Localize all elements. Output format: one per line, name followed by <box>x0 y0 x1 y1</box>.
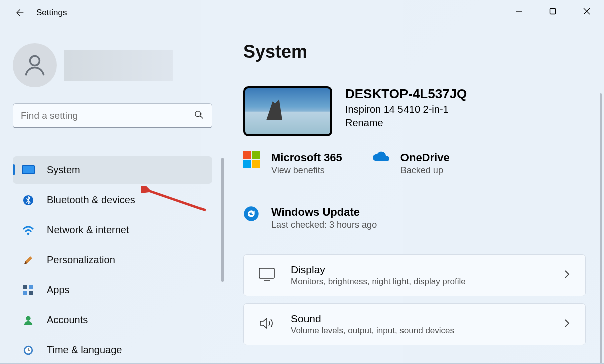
sidebar-item-personalization[interactable]: Personalization <box>13 246 212 274</box>
svc-sub: View benefits <box>271 165 342 176</box>
svg-rect-15 <box>29 291 33 295</box>
nav-label: Accounts <box>47 314 88 326</box>
rename-link[interactable]: Rename <box>345 117 467 129</box>
display-icon <box>259 268 277 283</box>
search-icon <box>194 110 204 122</box>
svg-rect-26 <box>259 268 274 278</box>
nav-label: Personalization <box>47 254 115 266</box>
avatar <box>13 43 57 87</box>
nav-label: Time & language <box>47 344 122 356</box>
card-title: Sound <box>291 313 454 325</box>
winupdate-icon <box>243 206 260 223</box>
sidebar-item-bluetooth[interactable]: Bluetooth & devices <box>13 186 212 214</box>
sidebar-scrollbar[interactable] <box>221 158 224 282</box>
network-icon <box>22 224 35 237</box>
svg-line-7 <box>200 116 203 118</box>
svg-rect-23 <box>243 160 251 168</box>
system-icon <box>22 164 35 177</box>
svc-sub: Backed up <box>400 165 450 176</box>
svc-sub: Last checked: 3 hours ago <box>271 220 377 230</box>
card-title: Display <box>291 264 466 276</box>
device-thumbnail[interactable] <box>243 86 332 136</box>
svg-point-6 <box>195 111 201 116</box>
apps-icon <box>22 284 35 297</box>
accounts-icon <box>22 314 35 327</box>
search-box[interactable] <box>13 103 212 128</box>
nav-label: System <box>47 164 80 176</box>
search-input[interactable] <box>21 110 194 121</box>
svg-rect-14 <box>23 291 27 295</box>
sidebar: System Bluetooth & devices Network & int… <box>0 25 223 363</box>
service-ms365[interactable]: Microsoft 365 View benefits <box>243 151 342 176</box>
chevron-right-icon <box>563 269 570 281</box>
device-model: Inspiron 14 5410 2-in-1 <box>345 104 467 115</box>
svg-point-5 <box>30 56 40 66</box>
nav-list: System Bluetooth & devices Network & int… <box>13 156 214 364</box>
onedrive-icon <box>372 151 389 168</box>
svg-point-16 <box>26 316 30 320</box>
svg-rect-2 <box>550 9 556 14</box>
nav-label: Network & internet <box>47 224 129 236</box>
sound-icon <box>259 316 277 332</box>
close-button[interactable] <box>570 0 604 22</box>
sidebar-item-network[interactable]: Network & internet <box>13 216 212 244</box>
card-sub: Monitors, brightness, night light, displ… <box>291 277 466 287</box>
sidebar-item-apps[interactable]: Apps <box>13 276 212 304</box>
svc-title: OneDrive <box>400 151 450 164</box>
svg-rect-21 <box>243 151 251 159</box>
sidebar-item-system[interactable]: System <box>13 156 212 184</box>
window-controls <box>502 0 604 22</box>
time-icon <box>22 344 35 357</box>
service-winupdate[interactable]: Windows Update Last checked: 3 hours ago <box>243 206 586 230</box>
ms365-icon <box>243 151 260 168</box>
card-display[interactable]: Display Monitors, brightness, night ligh… <box>243 254 586 296</box>
svg-rect-12 <box>23 285 27 289</box>
bluetooth-icon <box>22 194 35 207</box>
app-title: Settings <box>36 8 67 18</box>
device-info: DESKTOP-4L537JQ Inspiron 14 5410 2-in-1 … <box>243 86 586 136</box>
sidebar-item-time[interactable]: Time & language <box>13 336 212 364</box>
maximize-button[interactable] <box>536 0 570 22</box>
svg-rect-13 <box>29 285 33 289</box>
minimize-button[interactable] <box>502 0 536 22</box>
back-button[interactable] <box>14 8 24 18</box>
nav-label: Apps <box>47 284 70 296</box>
page-title: System <box>243 41 586 62</box>
user-profile[interactable] <box>13 43 214 87</box>
card-sub: Volume levels, output, input, sound devi… <box>291 326 454 336</box>
svg-rect-9 <box>23 166 34 173</box>
svg-point-11 <box>27 232 30 235</box>
card-sound[interactable]: Sound Volume levels, output, input, soun… <box>243 303 586 345</box>
svc-title: Windows Update <box>271 206 377 219</box>
main-scrollbar[interactable] <box>600 93 602 363</box>
device-name: DESKTOP-4L537JQ <box>345 86 467 102</box>
service-onedrive[interactable]: OneDrive Backed up <box>372 151 450 176</box>
personalization-icon <box>22 254 35 267</box>
chevron-right-icon <box>563 318 570 330</box>
nav-label: Bluetooth & devices <box>47 194 135 206</box>
user-name-block <box>64 50 173 81</box>
svc-title: Microsoft 365 <box>271 151 342 164</box>
main-panel: System DESKTOP-4L537JQ Inspiron 14 5410 … <box>223 25 604 363</box>
svg-rect-24 <box>252 160 260 168</box>
sidebar-item-accounts[interactable]: Accounts <box>13 306 212 334</box>
svg-rect-22 <box>252 151 260 159</box>
